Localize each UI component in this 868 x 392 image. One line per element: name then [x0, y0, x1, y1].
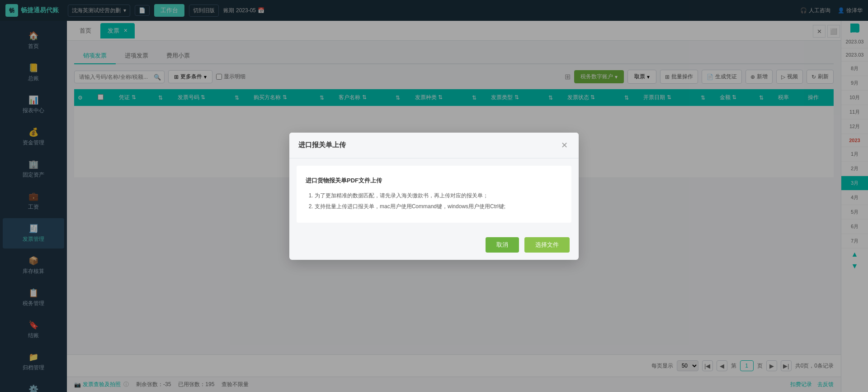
- dialog-footer: 取消 选择文件: [289, 230, 579, 260]
- dialog-select-file-btn[interactable]: 选择文件: [524, 237, 570, 253]
- dialog-overlay[interactable]: 进口报关单上传 ✕ 进口货物报关单PDF文件上传 为了更加精准的数据匹配，请先录…: [0, 0, 868, 392]
- import-dialog: 进口报关单上传 ✕ 进口货物报关单PDF文件上传 为了更加精准的数据匹配，请先录…: [289, 133, 579, 260]
- dialog-info-item-2: 支持批量上传进口报关单，mac用户使用Command键，windows用户使用C…: [315, 201, 562, 212]
- dialog-body: 进口货物报关单PDF文件上传 为了更加精准的数据匹配，请先录入海关缴款书，再上传…: [297, 166, 571, 223]
- dialog-section-title: 进口货物报关单PDF文件上传: [306, 177, 562, 185]
- dialog-title: 进口报关单上传: [298, 141, 346, 149]
- dialog-header: 进口报关单上传 ✕: [289, 133, 579, 158]
- dialog-close-btn[interactable]: ✕: [559, 140, 570, 151]
- dialog-info-item-1: 为了更加精准的数据匹配，请先录入海关缴款书，再上传对应的报关单；: [315, 190, 562, 201]
- dialog-cancel-btn[interactable]: 取消: [486, 237, 519, 253]
- dialog-info-list: 为了更加精准的数据匹配，请先录入海关缴款书，再上传对应的报关单； 支持批量上传进…: [306, 190, 562, 212]
